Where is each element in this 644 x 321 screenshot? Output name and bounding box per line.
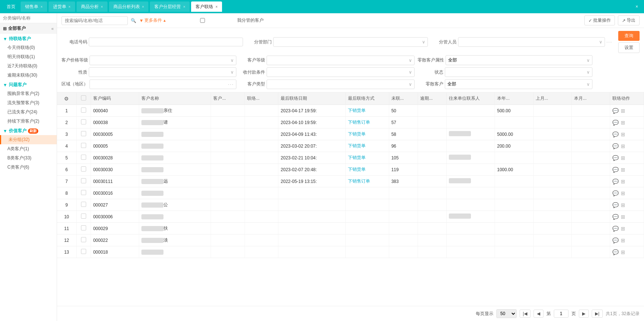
cell-way[interactable]: 下销售订单: [346, 176, 389, 187]
cell-action[interactable]: 💬 ⊞: [610, 211, 644, 223]
batch-operation-button[interactable]: ✓ 批量操作: [584, 15, 615, 25]
cell-check[interactable]: [76, 234, 91, 246]
first-page-button[interactable]: |◀: [520, 310, 531, 318]
cell-way[interactable]: [346, 223, 389, 234]
grid-icon[interactable]: ⊞: [621, 167, 625, 173]
cell-check[interactable]: [76, 140, 91, 152]
sidebar-item-overdue[interactable]: 逾期未联络(30): [0, 71, 57, 80]
message-icon[interactable]: 💬: [612, 143, 619, 149]
retail-customer-select[interactable]: 全部∨: [445, 79, 592, 89]
tab-purchase[interactable]: 进货单 ×: [49, 1, 75, 12]
sidebar-group-problems[interactable]: ▼ 问题客户: [0, 80, 57, 89]
way-link[interactable]: 下销货单: [348, 131, 366, 137]
search-input[interactable]: [61, 16, 128, 25]
message-icon[interactable]: 💬: [612, 226, 619, 232]
cell-action[interactable]: 💬 ⊞: [610, 199, 644, 211]
customer-type-select[interactable]: ∨: [267, 80, 414, 89]
grid-icon[interactable]: ⊞: [621, 155, 625, 161]
cell-action[interactable]: 💬 ⊞: [610, 246, 644, 258]
grid-icon[interactable]: ⊞: [621, 214, 625, 220]
way-link[interactable]: 下销货单: [348, 155, 366, 160]
sidebar-item-class-a[interactable]: A类客户(1): [0, 144, 57, 154]
per-page-select[interactable]: 50 100: [496, 309, 517, 318]
grid-icon[interactable]: ⊞: [621, 179, 625, 184]
cell-action[interactable]: 💬 ⊞: [610, 105, 644, 117]
all-customers-header[interactable]: ⊞ 全部客户 «: [0, 23, 57, 34]
row-checkbox[interactable]: [81, 155, 86, 160]
sidebar-group-pending[interactable]: ▼ 待联络客户: [0, 34, 57, 43]
cell-action[interactable]: 💬 ⊞: [610, 152, 644, 164]
close-icon[interactable]: ×: [142, 5, 144, 9]
row-checkbox[interactable]: [81, 214, 86, 219]
grid-icon[interactable]: ⊞: [621, 143, 625, 149]
dept-select[interactable]: ∨: [273, 37, 427, 47]
close-icon[interactable]: ×: [215, 5, 218, 9]
message-icon[interactable]: 💬: [612, 202, 619, 208]
th-check[interactable]: [76, 92, 91, 105]
sidebar-item-class-c[interactable]: C类客户(6): [0, 163, 57, 172]
next-page-button[interactable]: ▶: [579, 310, 589, 318]
row-checkbox[interactable]: [81, 237, 86, 242]
cell-way[interactable]: [346, 199, 389, 211]
last-page-button[interactable]: ▶|: [592, 310, 603, 318]
close-icon[interactable]: ×: [41, 5, 43, 9]
tab-product-analysis[interactable]: 商品分析 ×: [77, 1, 108, 12]
grid-icon[interactable]: ⊞: [621, 131, 625, 137]
message-icon[interactable]: 💬: [612, 190, 619, 196]
more-icon[interactable]: ···: [606, 39, 612, 45]
price-level-select[interactable]: ∨: [89, 56, 236, 65]
grid-icon[interactable]: ⊞: [621, 108, 625, 114]
refresh-badge[interactable]: 刷新: [28, 128, 38, 134]
sidebar-item-lost[interactable]: 已流失客户(24): [0, 107, 57, 117]
collapse-icon[interactable]: «: [51, 26, 54, 31]
cell-action[interactable]: 💬 ⊞: [610, 128, 644, 140]
row-checkbox[interactable]: [81, 190, 86, 195]
cell-action[interactable]: 💬 ⊞: [610, 176, 644, 187]
cell-check[interactable]: [76, 164, 91, 176]
tab-customer-contact[interactable]: 客户联络 ×: [191, 1, 222, 12]
row-checkbox[interactable]: [81, 249, 86, 254]
message-icon[interactable]: 💬: [612, 167, 619, 173]
grid-icon[interactable]: ⊞: [621, 249, 625, 255]
manager-select[interactable]: ∨: [458, 37, 605, 47]
message-icon[interactable]: 💬: [612, 120, 619, 126]
grid-icon[interactable]: ⊞: [621, 237, 625, 243]
row-checkbox[interactable]: [81, 131, 86, 136]
message-icon[interactable]: 💬: [612, 237, 619, 243]
phone-input[interactable]: [89, 38, 243, 46]
cell-way[interactable]: 下销售订单: [346, 117, 389, 128]
cell-action[interactable]: 💬 ⊞: [610, 164, 644, 176]
tab-customer-segment[interactable]: 客户分层经营 ×: [150, 1, 190, 12]
more-conditions-button[interactable]: ▼ 更多条件 ▲: [139, 17, 166, 24]
sidebar-item-7days[interactable]: 近7天待联络(0): [0, 61, 57, 71]
cell-way[interactable]: 下销货单: [346, 152, 389, 164]
tab-sales[interactable]: 销售单 ×: [21, 1, 47, 12]
cell-action[interactable]: 💬 ⊞: [610, 117, 644, 128]
close-all-button[interactable]: ×: [636, 4, 641, 9]
cell-way[interactable]: [346, 246, 389, 258]
close-icon[interactable]: ×: [101, 5, 103, 9]
way-link[interactable]: 下销货单: [348, 143, 366, 148]
sidebar-group-value[interactable]: ▼ 价值客户 刷新: [0, 126, 57, 135]
cell-way[interactable]: 下销货单: [346, 128, 389, 140]
cell-way[interactable]: 下销货单: [346, 105, 389, 117]
cell-check[interactable]: [76, 187, 91, 199]
cell-check[interactable]: [76, 223, 91, 234]
message-icon[interactable]: 💬: [612, 179, 619, 184]
way-link[interactable]: 下销售订单: [348, 120, 370, 125]
payment-select[interactable]: ∨: [267, 67, 414, 77]
status-select[interactable]: ∨: [445, 67, 592, 77]
message-icon[interactable]: 💬: [612, 131, 619, 137]
sidebar-item-declining[interactable]: 持续下滑客户(2): [0, 117, 57, 126]
cell-action[interactable]: 💬 ⊞: [610, 234, 644, 246]
retail-attr-select[interactable]: 全部∨: [446, 55, 592, 65]
page-input[interactable]: [554, 310, 569, 318]
cell-check[interactable]: [76, 128, 91, 140]
cell-action[interactable]: 💬 ⊞: [610, 140, 644, 152]
cell-way[interactable]: [346, 234, 389, 246]
sidebar-item-today[interactable]: 今天待联络(0): [0, 43, 57, 52]
row-checkbox[interactable]: [81, 143, 86, 148]
nature-select[interactable]: ∨: [89, 67, 236, 77]
row-checkbox[interactable]: [81, 107, 86, 113]
cell-check[interactable]: [76, 246, 91, 258]
